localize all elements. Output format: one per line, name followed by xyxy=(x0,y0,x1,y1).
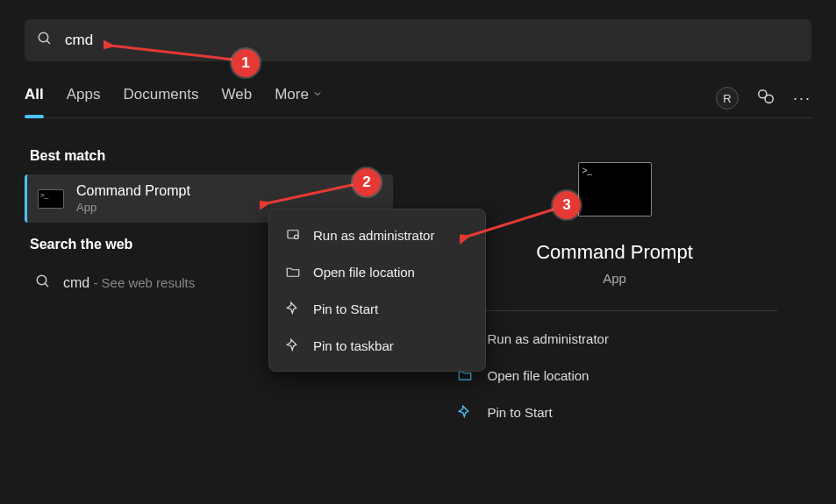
svg-line-1 xyxy=(46,40,50,44)
folder-icon xyxy=(285,264,301,280)
ctx-pin-start[interactable]: Pin to Start xyxy=(269,290,485,327)
tab-apps[interactable]: Apps xyxy=(67,81,101,116)
pin-icon xyxy=(285,301,301,316)
terminal-icon xyxy=(578,162,652,217)
context-menu: Run as administrator Open file location … xyxy=(268,209,486,372)
best-match-heading: Best match xyxy=(30,148,393,164)
chevron-down-icon xyxy=(312,86,323,103)
svg-point-3 xyxy=(765,95,773,103)
tab-more[interactable]: More xyxy=(275,81,323,116)
action-run-admin[interactable]: Run as administrator xyxy=(453,320,777,357)
divider xyxy=(453,310,777,311)
ctx-label: Run as administrator xyxy=(313,228,434,243)
svg-point-9 xyxy=(295,235,299,239)
preview-subtitle: App xyxy=(603,271,626,286)
tab-documents[interactable]: Documents xyxy=(123,81,198,116)
annotation-2: 2 xyxy=(353,168,381,196)
ctx-run-admin[interactable]: Run as administrator xyxy=(269,217,485,253)
result-subtitle: App xyxy=(76,201,190,214)
action-pin-start[interactable]: Pin to Start xyxy=(453,394,777,430)
avatar[interactable]: R xyxy=(716,87,739,110)
ctx-label: Pin to Start xyxy=(313,302,378,316)
tab-more-label: More xyxy=(275,86,309,103)
action-open-location[interactable]: Open file location xyxy=(453,357,777,394)
search-bar[interactable]: cmd xyxy=(25,19,811,61)
annotation-3: 3 xyxy=(553,191,581,219)
tabs-row: All Apps Documents Web More R ··· xyxy=(25,81,811,118)
ctx-label: Open file location xyxy=(313,265,415,280)
action-label: Pin to Start xyxy=(488,405,553,420)
web-hint: - See web results xyxy=(89,275,195,290)
ctx-label: Pin to taskbar xyxy=(313,338,394,353)
shield-icon xyxy=(285,227,301,243)
svg-point-0 xyxy=(39,32,48,42)
more-icon[interactable]: ··· xyxy=(793,89,811,108)
annotation-1: 1 xyxy=(232,49,260,77)
search-icon xyxy=(37,31,53,50)
svg-point-4 xyxy=(37,275,46,285)
terminal-icon xyxy=(38,189,64,209)
tab-web[interactable]: Web xyxy=(221,81,252,116)
action-label: Run as administrator xyxy=(488,331,609,346)
pin-icon xyxy=(285,337,301,353)
web-query: cmd xyxy=(63,275,89,290)
pin-icon xyxy=(456,404,474,420)
search-icon xyxy=(35,273,51,293)
search-input[interactable]: cmd xyxy=(65,32,93,49)
action-label: Open file location xyxy=(488,368,589,383)
chat-icon[interactable] xyxy=(756,87,775,110)
tab-all[interactable]: All xyxy=(25,81,44,116)
ctx-pin-taskbar[interactable]: Pin to taskbar xyxy=(269,327,485,364)
svg-line-5 xyxy=(45,283,48,287)
ctx-open-location[interactable]: Open file location xyxy=(269,253,485,290)
result-title: Command Prompt xyxy=(76,183,190,199)
preview-title: Command Prompt xyxy=(536,241,693,264)
